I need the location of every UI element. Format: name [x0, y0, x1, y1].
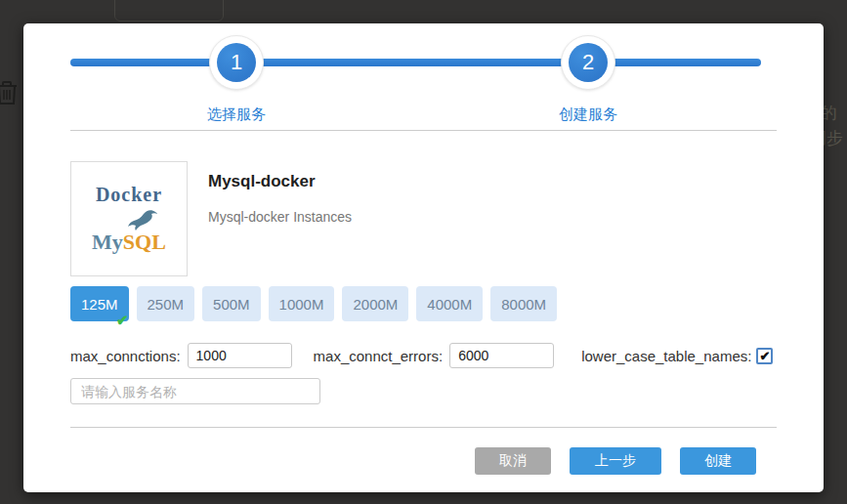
- background-button-outline: [114, 0, 224, 21]
- max-connections-input[interactable]: [188, 343, 292, 368]
- memory-option-250m[interactable]: 250M: [137, 286, 195, 321]
- step-2-circle: 2: [561, 35, 615, 90]
- lower-case-table-names-checkbox[interactable]: ✔: [756, 348, 773, 364]
- memory-option-125m[interactable]: 125M ✔: [70, 286, 129, 321]
- memory-option-label: 125M: [81, 296, 118, 313]
- max-connect-errors-label: max_connct_errors:: [314, 348, 444, 364]
- mysql-logo-sql: SQL: [123, 230, 166, 254]
- cancel-button[interactable]: 取消: [475, 447, 551, 475]
- step-2-label: 创建服务: [520, 105, 656, 124]
- service-title: Mysql-docker: [208, 172, 316, 191]
- mysql-logo-my: My: [92, 230, 123, 254]
- previous-step-button[interactable]: 上一步: [570, 447, 661, 475]
- trash-icon: [0, 79, 19, 110]
- checkbox-check-icon: ✔: [759, 350, 770, 362]
- memory-option-label: 250M: [148, 296, 185, 313]
- memory-options-row: 125M ✔ 250M 500M 1000M 2000M 4000M 8000M: [70, 286, 557, 321]
- memory-option-2000m[interactable]: 2000M: [342, 286, 408, 321]
- docker-logo-text: Docker: [96, 184, 162, 206]
- memory-option-label: 500M: [213, 296, 250, 313]
- memory-option-4000m[interactable]: 4000M: [416, 286, 483, 321]
- memory-option-label: 1000M: [279, 296, 324, 313]
- service-logo: Docker MySQL: [70, 161, 188, 276]
- step-2-number: 2: [569, 43, 608, 82]
- mysql-logo-text: MySQL: [92, 230, 166, 255]
- footer-divider: [70, 427, 777, 428]
- max-connections-label: max_connctions:: [70, 348, 181, 364]
- selected-check-icon: ✔: [116, 313, 129, 327]
- step-1-label: 选择服务: [168, 105, 305, 124]
- parameters-row: max_connctions: max_connct_errors: lower…: [70, 342, 773, 369]
- memory-option-8000m[interactable]: 8000M: [490, 286, 557, 321]
- create-button[interactable]: 创建: [680, 447, 756, 475]
- lower-case-table-names-label: lower_case_table_names:: [581, 348, 751, 364]
- memory-option-500m[interactable]: 500M: [202, 286, 261, 321]
- memory-option-label: 8000M: [501, 296, 546, 313]
- memory-option-1000m[interactable]: 1000M: [269, 286, 335, 321]
- service-subtitle: Mysql-docker Instances: [208, 209, 352, 225]
- memory-option-label: 4000M: [427, 296, 472, 313]
- memory-option-label: 2000M: [353, 296, 398, 313]
- create-service-dialog: 1 2 选择服务 创建服务 Docker MySQL Mysql-docker …: [23, 23, 824, 492]
- max-connect-errors-input[interactable]: [449, 343, 554, 368]
- stepper-progress-bar: [70, 59, 761, 66]
- header-divider: [70, 130, 777, 131]
- step-1-number: 1: [217, 43, 256, 82]
- service-name-input[interactable]: [70, 378, 320, 404]
- step-1-circle: 1: [209, 35, 264, 90]
